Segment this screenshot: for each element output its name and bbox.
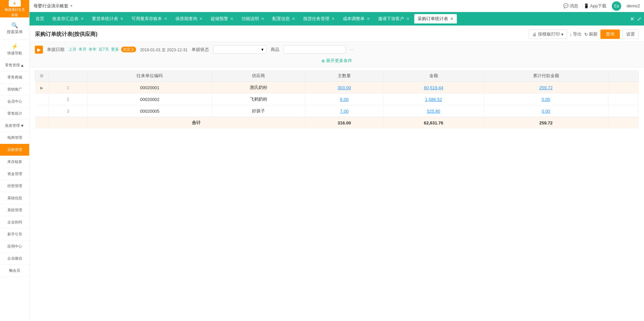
tab-expiry-query[interactable]: 保质期查询 ✕	[172, 14, 206, 23]
sidebar-item-system-mgmt[interactable]: 系统管理	[0, 204, 29, 216]
goods-more-icon[interactable]: ···	[350, 47, 354, 52]
app-logo: 6 畅捷通好生意 标版	[0, 0, 30, 17]
sidebar-item-marketing[interactable]: 营销推广	[0, 84, 29, 96]
user-avatar[interactable]: Ea	[612, 1, 621, 11]
sidebar-item-retail-mgmt[interactable]: 零售管理 ▲	[0, 59, 29, 71]
expand-row-icon[interactable]: ▶	[40, 86, 43, 90]
tab-home[interactable]: 首页	[32, 14, 48, 23]
sidebar-item-retail-mall[interactable]: 零售商城	[0, 71, 29, 84]
col-unit-code: 往来单位编码	[88, 70, 212, 82]
row-expand[interactable]: ▶	[35, 82, 49, 94]
expand-more-button[interactable]: ⊕ 展开更多条件	[321, 56, 352, 64]
shortcut-last-month[interactable]: 上月	[68, 47, 76, 52]
refresh-button[interactable]: ↻ 刷新	[584, 31, 598, 37]
tab-config-info[interactable]: 配置信息 ✕	[269, 14, 299, 23]
footer-spacer1	[35, 117, 49, 129]
workspace-name[interactable]: 母婴行业演示账套 ▼	[34, 3, 73, 9]
window-maximize-button[interactable]: ⤢	[637, 16, 641, 22]
tab-pick-task[interactable]: 拣货任务管理 ✕	[300, 14, 338, 23]
shortcut-this-year[interactable]: 本年	[89, 47, 97, 52]
tab-close-icon[interactable]: ✕	[292, 16, 295, 21]
col-main-qty: 主数量	[305, 70, 384, 82]
window-close-button[interactable]: ✕	[630, 16, 634, 22]
row-paid-amount[interactable]: 0.00	[484, 94, 608, 105]
table-row: 3 00020005 好孩子 7.00 525.80 0.00	[35, 105, 639, 117]
row-unit-code: 00020005	[88, 105, 212, 117]
tab-func-desc[interactable]: 功能说明 ✕	[238, 14, 268, 23]
sidebar-item-quick-nav[interactable]: ⚡ 快捷导航	[0, 40, 29, 59]
shortcut-more[interactable]: 更多	[111, 47, 119, 52]
tab-close-icon[interactable]: ✕	[80, 16, 84, 21]
sidebar-item-plus-member[interactable]: 畅会员	[0, 265, 29, 277]
sidebar-item-finance-mgmt[interactable]: 资金管理	[0, 168, 29, 180]
date-range-text: 2016-01-01 至 2023-12-31	[140, 47, 187, 53]
table-body: ▶ 1 00020001 惠氏奶粉 303.00 60,519.44 259.7…	[35, 82, 639, 117]
tab-available-inventory[interactable]: 可用量库存账本 ✕	[128, 14, 171, 23]
row-unit-code: 00020001	[88, 82, 212, 94]
column-settings-icon[interactable]: ⚙	[40, 73, 44, 78]
row-spacer	[608, 82, 638, 94]
sidebar-item-ecommerce-mgmt[interactable]: 电商管理	[0, 132, 29, 144]
filter-toggle-button[interactable]: ▶	[35, 46, 43, 54]
page-actions: 🖨 按模板打印 ▾ ↓ 导出 ↻ 刷新 查询 设置	[529, 30, 639, 39]
table-header: ⚙ 往来单位编码 供应商 主数量 金额 累计付款金额	[35, 70, 639, 82]
message-link[interactable]: 💬 消息	[563, 3, 579, 9]
app-download-link[interactable]: 📱 App下载	[584, 3, 606, 9]
row-main-qty[interactable]: 303.00	[305, 82, 384, 94]
sidebar-item-retail-stats[interactable]: 零售统计	[0, 108, 29, 120]
sidebar-item-ops-mgmt[interactable]: 经营管理	[0, 180, 29, 192]
workspace-bar: 母婴行业演示账套 ▼ 💬 消息 📱 App下载 Ea demo2	[30, 0, 644, 12]
download-icon: 📱	[584, 3, 589, 8]
tab-close-icon[interactable]: ✕	[230, 16, 233, 21]
status-select[interactable]: ▾	[213, 45, 267, 54]
sidebar-item-enterprise-wechat[interactable]: 企业微信	[0, 253, 29, 265]
sidebar-item-basic-info[interactable]: 基础信息	[0, 192, 29, 204]
settings-button[interactable]: 设置	[623, 30, 639, 39]
row-expand[interactable]	[35, 105, 49, 117]
search-icon: 🔍	[11, 22, 18, 29]
sidebar-item-wholesale-mgmt[interactable]: 批发管理 ▼	[0, 120, 29, 132]
sidebar-item-enterprise-collab[interactable]: 企业协同	[0, 216, 29, 228]
export-button[interactable]: ↓ 导出	[570, 31, 582, 37]
tab-close-icon[interactable]: ✕	[331, 16, 335, 21]
row-paid-amount[interactable]: 0.00	[484, 105, 608, 117]
sidebar-item-member-center[interactable]: 会员中心	[0, 96, 29, 108]
goods-input[interactable]	[283, 45, 346, 54]
sidebar-item-inventory-check[interactable]: 库存核算	[0, 156, 29, 168]
print-button[interactable]: 🖨 按模板打印 ▾	[529, 30, 567, 39]
tab-cost-adjust[interactable]: 成本调整单 ✕	[339, 14, 373, 23]
row-paid-amount[interactable]: 259.72	[484, 82, 608, 94]
row-supplier: 飞鹤奶粉	[212, 94, 305, 105]
tab-close-icon[interactable]: ✕	[406, 16, 410, 21]
sidebar-item-purchase-mgmt[interactable]: 采购管理	[0, 144, 29, 156]
tab-over-stock[interactable]: 超储预警 ✕	[207, 14, 237, 23]
status-filter-label: 单据状态	[192, 47, 209, 53]
tab-close-icon[interactable]: ✕	[199, 16, 203, 21]
col-settings[interactable]: ⚙	[35, 70, 49, 82]
tab-close-icon[interactable]: ✕	[164, 16, 167, 21]
tab-close-icon[interactable]: ✕	[120, 16, 123, 21]
search-menu-button[interactable]: 🔍 搜索菜单	[2, 20, 27, 37]
tab-purchase-order-stats[interactable]: 采购订单统计表 ✕	[414, 14, 457, 23]
row-amount[interactable]: 60,519.44	[383, 82, 484, 94]
shortcut-this-month[interactable]: 本月	[78, 47, 87, 52]
tab-receive-summary[interactable]: 收发存汇总表 ✕	[49, 14, 87, 23]
shortcut-last-7-days[interactable]: 近7天	[99, 47, 109, 52]
tab-close-icon[interactable]: ✕	[367, 16, 370, 21]
row-amount[interactable]: 1,586.52	[383, 94, 484, 105]
tab-close-icon[interactable]: ✕	[450, 16, 453, 21]
quick-nav-icon: ⚡	[11, 43, 18, 50]
tab-close-icon[interactable]: ✕	[261, 16, 264, 21]
sidebar-item-app-center[interactable]: 应用中心	[0, 240, 29, 253]
row-amount[interactable]: 525.80	[383, 105, 484, 117]
select-dropdown-icon: ▾	[261, 47, 264, 52]
footer-paid-amount: 259.72	[484, 117, 608, 129]
row-main-qty[interactable]: 7.00	[305, 105, 384, 117]
query-button[interactable]: 查询	[600, 30, 620, 39]
tab-purchase-stats[interactable]: 要货单统计表 ✕	[89, 14, 127, 23]
row-main-qty[interactable]: 6.00	[305, 94, 384, 105]
row-expand[interactable]	[35, 94, 49, 105]
sidebar-item-new-guide[interactable]: 新手引导	[0, 228, 29, 240]
footer-amount: 62,631.76	[383, 117, 484, 129]
tab-invite-downstream[interactable]: 邀请下游客户 ✕	[375, 14, 413, 23]
